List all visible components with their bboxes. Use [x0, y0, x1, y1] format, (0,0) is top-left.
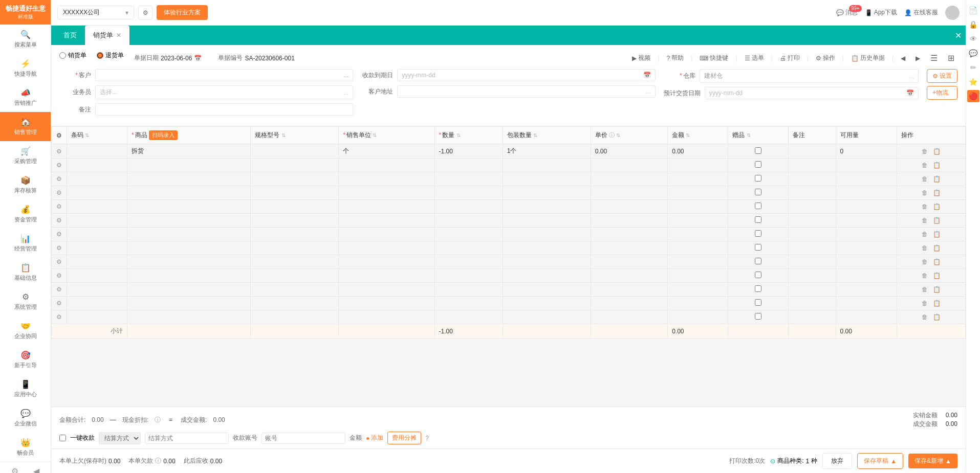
cell-gear[interactable]: ⚙: [52, 283, 67, 297]
cell-product[interactable]: [127, 241, 251, 255]
cell-amount[interactable]: [668, 186, 728, 200]
cell-available[interactable]: [836, 269, 897, 283]
cell-qty[interactable]: [434, 310, 503, 324]
cell-spec[interactable]: [251, 228, 339, 241]
sidebar-item-inventory[interactable]: 📦 库存核算: [0, 170, 51, 199]
tabbar-close-icon[interactable]: ✕: [955, 31, 962, 40]
onetime-payment-checkbox[interactable]: [59, 435, 66, 441]
logistics-button[interactable]: +物流: [927, 86, 957, 100]
cell-note[interactable]: [789, 228, 836, 241]
note-input[interactable]: [95, 103, 353, 116]
copy-icon[interactable]: 📋: [933, 217, 941, 224]
cell-available[interactable]: [836, 200, 897, 214]
cell-unit[interactable]: [339, 228, 434, 241]
cell-note[interactable]: [789, 241, 836, 255]
cell-amount[interactable]: [668, 159, 728, 172]
cell-pack-qty[interactable]: [503, 269, 591, 283]
cell-gift[interactable]: [728, 297, 789, 310]
cell-unit[interactable]: [339, 269, 434, 283]
warehouse-input[interactable]: 建材仓 ...: [700, 69, 919, 83]
delete-icon[interactable]: 🗑: [922, 300, 928, 307]
user-avatar[interactable]: [945, 6, 960, 20]
cell-pack-qty[interactable]: [503, 200, 591, 214]
cell-price[interactable]: [591, 310, 667, 324]
gift-checkbox[interactable]: [755, 175, 761, 182]
cell-barcode[interactable]: [67, 228, 127, 241]
cell-amount[interactable]: [668, 269, 728, 283]
settings-button[interactable]: ⚙: [138, 6, 153, 20]
cell-available[interactable]: [836, 228, 897, 241]
cell-spec[interactable]: [251, 283, 339, 297]
cell-qty[interactable]: [434, 255, 503, 269]
rp-icon-3[interactable]: 👁: [967, 33, 979, 45]
cell-gift[interactable]: [728, 159, 789, 172]
cell-product[interactable]: [127, 172, 251, 186]
cell-price[interactable]: [591, 159, 667, 172]
copy-icon[interactable]: 📋: [933, 175, 941, 183]
cell-barcode[interactable]: [67, 283, 127, 297]
sidebar-item-appstore[interactable]: 📱 应用中心: [0, 374, 51, 403]
copy-icon[interactable]: 📋: [933, 189, 941, 196]
cell-note[interactable]: [789, 159, 836, 172]
copy-icon[interactable]: 📋: [933, 313, 941, 321]
cell-spec[interactable]: [251, 297, 339, 310]
calendar3-icon[interactable]: 📅: [906, 89, 914, 97]
delete-icon[interactable]: 🗑: [922, 272, 928, 279]
cell-spec[interactable]: [251, 269, 339, 283]
cell-barcode[interactable]: [67, 159, 127, 172]
gift-checkbox[interactable]: [755, 189, 761, 195]
account-input[interactable]: [262, 433, 345, 444]
toolbar-history-btn[interactable]: 📋 历史单据: [848, 53, 888, 63]
cell-gift[interactable]: [728, 228, 789, 241]
cell-gear[interactable]: ⚙: [52, 255, 67, 269]
cell-unit[interactable]: [339, 214, 434, 228]
discard-button[interactable]: 放弃: [822, 453, 852, 469]
cell-amount[interactable]: 0.00: [668, 144, 728, 159]
cell-product[interactable]: [127, 214, 251, 228]
cell-note[interactable]: [789, 283, 836, 297]
cell-gift[interactable]: [728, 214, 789, 228]
delete-icon[interactable]: 🗑: [922, 231, 928, 238]
delete-icon[interactable]: 🗑: [922, 175, 928, 183]
delete-icon[interactable]: 🗑: [922, 189, 928, 196]
cell-unit[interactable]: [339, 172, 434, 186]
cell-barcode[interactable]: [67, 310, 127, 324]
cell-unit[interactable]: [339, 241, 434, 255]
rp-icon-1[interactable]: 📄: [967, 4, 979, 16]
cell-ops[interactable]: 🗑 📋: [897, 186, 966, 200]
toolbar-view-grid[interactable]: ⊞: [945, 52, 957, 64]
cell-amount[interactable]: [668, 172, 728, 186]
cell-barcode[interactable]: [67, 144, 127, 159]
cell-note[interactable]: [789, 269, 836, 283]
cell-qty[interactable]: [434, 200, 503, 214]
toolbar-nav-prev[interactable]: ◀: [898, 54, 908, 63]
cell-product[interactable]: [127, 269, 251, 283]
gift-checkbox[interactable]: [755, 285, 761, 292]
cell-available[interactable]: [836, 297, 897, 310]
cell-pack-qty[interactable]: [503, 214, 591, 228]
copy-icon[interactable]: 📋: [933, 244, 941, 252]
cell-gear[interactable]: ⚙: [52, 241, 67, 255]
cell-ops[interactable]: 🗑 📋: [897, 269, 966, 283]
cell-barcode[interactable]: [67, 172, 127, 186]
cell-product[interactable]: [127, 228, 251, 241]
cell-ops[interactable]: 🗑 📋: [897, 214, 966, 228]
copy-icon[interactable]: 📋: [933, 300, 941, 307]
cell-note[interactable]: [789, 200, 836, 214]
cell-note[interactable]: [789, 144, 836, 159]
gift-checkbox[interactable]: [755, 244, 761, 251]
cell-product[interactable]: [127, 255, 251, 269]
settlement-select[interactable]: 结算方式: [99, 432, 141, 444]
cell-price[interactable]: 0.00: [591, 144, 667, 159]
toolbar-shortcut-btn[interactable]: ⌨ 快捷键: [696, 53, 731, 63]
cell-gear[interactable]: ⚙: [52, 186, 67, 200]
cell-gift[interactable]: [728, 269, 789, 283]
cell-gift[interactable]: [728, 241, 789, 255]
cell-barcode[interactable]: [67, 269, 127, 283]
cell-spec[interactable]: [251, 172, 339, 186]
rp-icon-6[interactable]: ⭐: [967, 76, 979, 88]
customer-addr-input[interactable]: ...: [397, 85, 655, 98]
cell-price[interactable]: [591, 228, 667, 241]
cell-gift[interactable]: [728, 144, 789, 159]
cell-amount[interactable]: [668, 283, 728, 297]
